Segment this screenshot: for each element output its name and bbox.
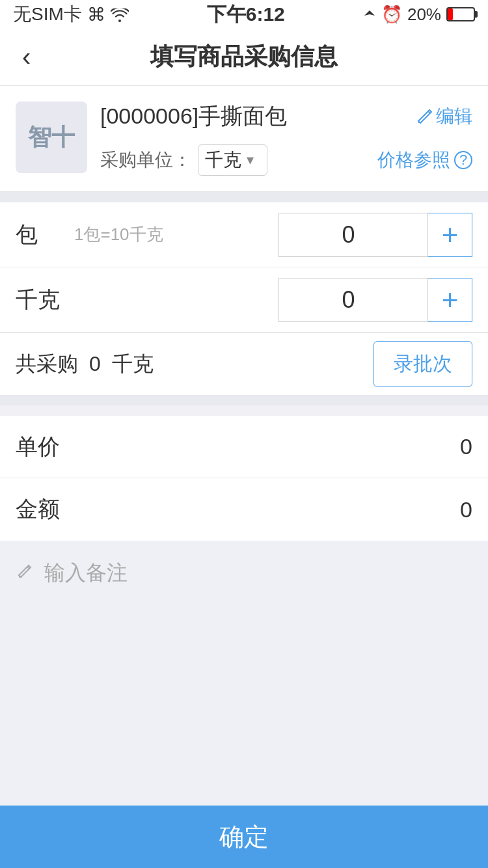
package-input-row: 包 1包=10千克 + [0,202,488,267]
total-text: 共采购 0 千克 [16,350,154,379]
amount-row: 金额 0 [0,478,488,541]
total-row: 共采购 0 千克 录批次 [0,332,488,395]
total-prefix: 共采购 [16,352,78,375]
kg-plus-button[interactable]: + [428,278,472,322]
notes-section[interactable]: 输入备注 [0,541,488,658]
package-label: 包 [16,220,68,250]
notes-placeholder: 输入备注 [44,559,128,588]
unit-label: 采购单位： [100,148,191,172]
unit-price-value: 0 [460,434,472,459]
total-amount: 0 [89,352,101,375]
product-full-name: [0000006]手撕面包 [100,102,287,131]
product-logo: 智十 [28,126,75,149]
dropdown-arrow-icon: ▾ [247,152,254,169]
amount-label: 金额 [16,495,60,524]
back-button[interactable]: ‹ [16,36,37,78]
product-name-row: [0000006]手撕面包 编辑 [100,102,472,131]
nav-bar: ‹ 填写商品采购信息 [0,29,488,86]
page-title: 填写商品采购信息 [150,41,338,73]
product-info: [0000006]手撕面包 编辑 采购单位： 千克 ▾ 价格参照 ? [100,102,472,176]
product-card: 智十 [0000006]手撕面包 编辑 采购单位： 千克 ▾ [0,86,488,192]
unit-price-row: 单价 0 [0,416,488,478]
battery-percent: 20% [407,5,441,25]
pencil-icon [16,560,35,586]
alarm-icon: ⏰ [381,5,402,25]
kg-label: 千克 [16,285,68,315]
info-icon: ? [454,151,472,169]
confirm-label: 确定 [219,821,269,854]
package-plus-button[interactable]: + [428,213,472,257]
unit-row: 采购单位： 千克 ▾ 价格参照 ? [100,144,472,176]
unit-value: 千克 [205,148,241,172]
edit-label: 编辑 [436,104,472,129]
record-batch-button[interactable]: 录批次 [373,341,472,387]
total-unit: 千克 [112,352,154,375]
package-input-control: + [278,213,472,257]
kg-input-row: 千克 + [0,267,488,332]
status-bar: 无SIM卡 ⌘ 下午6:12 ⏰ 20% [0,0,488,29]
carrier-label: 无SIM卡 [13,2,82,27]
separator-1 [0,192,488,202]
status-time: 下午6:12 [207,1,285,28]
wifi-icon: ⌘ [87,4,129,25]
status-left: 无SIM卡 ⌘ [13,2,129,27]
package-sublabel: 1包=10千克 [74,223,163,246]
separator-2 [0,395,488,405]
location-icon [363,5,376,25]
package-qty-input[interactable] [278,213,428,257]
status-right: ⏰ 20% [363,5,475,25]
price-ref-button[interactable]: 价格参照 ? [377,148,472,172]
amount-value: 0 [460,497,472,522]
kg-qty-input[interactable] [278,278,428,322]
battery-icon [446,7,475,21]
kg-input-control: + [278,278,472,322]
unit-select[interactable]: 千克 ▾ [198,144,267,176]
package-input-section: 包 1包=10千克 + 千克 + [0,202,488,332]
unit-price-label: 单价 [16,432,60,462]
product-image: 智十 [16,102,87,173]
edit-button[interactable]: 编辑 [416,104,472,129]
price-section: 单价 0 金额 0 [0,416,488,541]
price-ref-label: 价格参照 [377,148,450,172]
confirm-button[interactable]: 确定 [0,806,488,868]
